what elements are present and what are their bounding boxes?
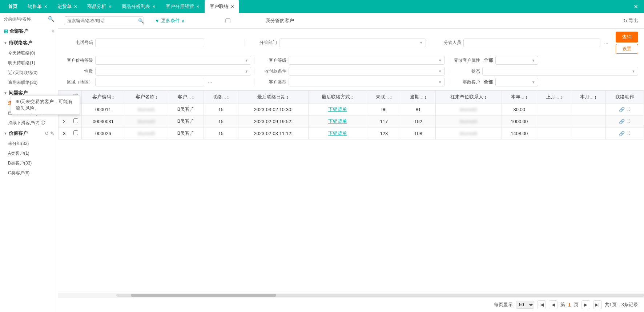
divider6 [448, 68, 448, 75]
divider7 [254, 78, 254, 86]
th-overdue-sort[interactable]: 逾期... ↕ [410, 94, 426, 100]
sidebar-item-declining[interactable]: 持续下滑客户(2) ⓘ [0, 118, 58, 128]
th-contact-sort[interactable]: 联络... ↕ [213, 94, 229, 100]
area-dots-icon[interactable]: ··· [206, 79, 214, 85]
horizontal-scrollbar[interactable] [58, 293, 644, 297]
sidebar-item-ungrouped[interactable]: 未分组(32) [0, 139, 58, 149]
th-contact-type-sort[interactable]: 最后联络方式 ↕ [322, 94, 353, 100]
price-tier-select[interactable] [95, 56, 251, 65]
tab-customer-contact-label: 客户联络 [210, 3, 229, 10]
next-page-button[interactable]: ▶ [581, 300, 590, 309]
sidebar-item-class-b[interactable]: B类客户(33) [0, 158, 58, 168]
sidebar-item-tomorrow[interactable]: 明天待联络(1) [0, 58, 58, 68]
tab-home[interactable]: 首页 [3, 0, 23, 13]
value-group-edit-icons: ↺ ✎ [45, 131, 54, 136]
th-contact-person-sort[interactable]: 往来单位联系人 ↕ [450, 94, 487, 100]
tab-analysis[interactable]: 商品分析 ✕ [82, 0, 117, 13]
status-select[interactable] [482, 67, 638, 76]
sidebar-item-class-c[interactable]: C类客户(6) [0, 168, 58, 178]
tab-purchase-close[interactable]: ✕ [74, 4, 77, 9]
tab-purchase[interactable]: 进货单 ✕ [52, 0, 82, 13]
refresh-icon[interactable]: ↺ [45, 131, 49, 136]
cell-code: 000026 [82, 127, 125, 139]
th-code-sort[interactable]: 客户编码 ↕ [92, 94, 114, 100]
edit-icon[interactable]: ✎ [50, 131, 54, 136]
scrollbar-thumb[interactable] [131, 294, 276, 297]
cell-checkbox[interactable] [70, 127, 82, 139]
last-page-button[interactable]: ▶| [593, 300, 602, 309]
cell-code: 00030031 [82, 116, 125, 127]
sidebar-all-customers[interactable]: ⊞ 全部客户 « [0, 25, 58, 37]
th-un-contacted-sort[interactable]: 未联... ↕ [376, 94, 392, 100]
search-input[interactable] [64, 16, 144, 25]
settings-button[interactable]: 设置 [616, 44, 638, 54]
filter-field-price-tier: 客户价格等级 ▼ [64, 56, 251, 65]
table-row: 3 000026 blurred5 B类客户 15 2023-02-03 11:… [59, 127, 644, 139]
row-checkbox[interactable] [73, 118, 78, 123]
table-area: ⚙ 客户编码 ↕ 客户名称 ↕ 客户... ↕ 联络... ↕ 最后联络日期 ↕… [58, 90, 644, 293]
customer-level-select[interactable] [289, 56, 444, 65]
retail-attr-select[interactable] [495, 56, 538, 65]
action-link-icon[interactable]: 🔗 [619, 107, 625, 112]
th-name-sort[interactable]: 客户名称 ↕ [136, 94, 158, 100]
sidebar-search-area: 🔍 [0, 13, 58, 25]
action-menu-icon[interactable]: ⠿ [627, 131, 631, 136]
customer-type-select[interactable] [289, 78, 444, 86]
branch-person-dots-icon[interactable]: ··· [603, 40, 610, 46]
prev-page-button[interactable]: ◀ [549, 300, 558, 309]
payment-select[interactable] [289, 67, 444, 76]
my-customers-text: 我分管的客户 [266, 17, 294, 24]
th-year-sort[interactable]: 本年... ↕ [511, 94, 527, 100]
tab-analysis-list[interactable]: 商品分析列表 ✕ [117, 0, 161, 13]
query-button[interactable]: 查询 [616, 32, 638, 42]
tab-sales[interactable]: 销售单 ✕ [23, 0, 52, 13]
pagination: 每页显示 50 100 |◀ ◀ 第 1 页 ▶ ▶| 共1页，3条记录 [58, 297, 644, 312]
tab-analysis-close[interactable]: ✕ [108, 4, 112, 9]
gender-select[interactable] [95, 67, 251, 76]
tab-customer-tier[interactable]: 客户分层经营 ✕ [161, 0, 205, 13]
per-page-label: 每页显示 [494, 301, 513, 308]
branch-dept-select[interactable] [279, 39, 426, 47]
th-type-sort[interactable]: 客户... ↕ [178, 94, 194, 100]
sidebar-item-today[interactable]: 今天待联络(0) [0, 48, 58, 58]
tab-analysis-list-close[interactable]: ✕ [152, 4, 156, 9]
branch-person-label: 分管人员 [432, 40, 461, 46]
phone-input[interactable] [95, 39, 204, 47]
branch-person-input[interactable] [463, 39, 601, 47]
sidebar-item-class-a[interactable]: A类客户(1) [0, 149, 58, 158]
filter-panel: 电话号码 分管部门 ▼ 分管人员 ··· [58, 29, 644, 90]
th-tm-sort[interactable]: 本月... ↕ [580, 94, 596, 100]
action-menu-icon[interactable]: ⠿ [627, 119, 631, 124]
sidebar: 🔍 ⊞ 全部客户 « ▼ 待联络客户 今天待联络(0) 明天待联络(1) 近7天… [0, 13, 58, 312]
export-button[interactable]: ↻ 导出 [623, 17, 638, 24]
action-link-icon[interactable]: 🔗 [619, 119, 625, 124]
per-page-select[interactable]: 50 100 [516, 301, 534, 309]
price-tier-label: 客户价格等级 [64, 57, 93, 64]
cell-this-year: 30.00 [502, 104, 537, 116]
th-lm-sort[interactable]: 上月... ↕ [546, 94, 562, 100]
tab-customer-tier-close[interactable]: ✕ [196, 4, 200, 9]
tab-customer-contact[interactable]: 客户联络 ✕ [205, 0, 239, 13]
cell-this-year: 1000.00 [502, 116, 537, 127]
tab-sales-close[interactable]: ✕ [44, 4, 47, 9]
sidebar-item-overdue[interactable]: 逾期未联络(30) [0, 78, 58, 88]
my-customers-checkbox[interactable] [192, 19, 264, 23]
close-app-button[interactable]: ✕ [631, 3, 641, 10]
retail-customer-select[interactable] [495, 78, 538, 86]
action-link-icon[interactable]: 🔗 [619, 131, 625, 136]
first-page-button[interactable]: |◀ [537, 300, 546, 309]
sidebar-item-7days[interactable]: 近7天待联络(0) [0, 68, 58, 78]
sidebar-group-value[interactable]: ▼ 价值客户 ↺ ✎ [0, 128, 58, 139]
sidebar-search-input[interactable] [4, 16, 47, 21]
area-input[interactable] [95, 78, 204, 86]
row-checkbox[interactable] [73, 130, 78, 135]
sidebar-group-pending[interactable]: ▼ 待联络客户 [0, 37, 58, 48]
tab-customer-contact-close[interactable]: ✕ [231, 4, 234, 9]
th-date-sort[interactable]: 最后联络日期 ↕ [257, 94, 289, 100]
chevron-icon: ∧ [181, 18, 185, 24]
filter-field-gender: 性质 ▼ [64, 67, 251, 76]
action-menu-icon[interactable]: ⠿ [627, 107, 631, 112]
cell-checkbox[interactable] [70, 116, 82, 127]
gender-select-wrap: ▼ [95, 67, 251, 76]
more-conditions-button[interactable]: ▼ 更多条件 ∧ [153, 16, 187, 25]
